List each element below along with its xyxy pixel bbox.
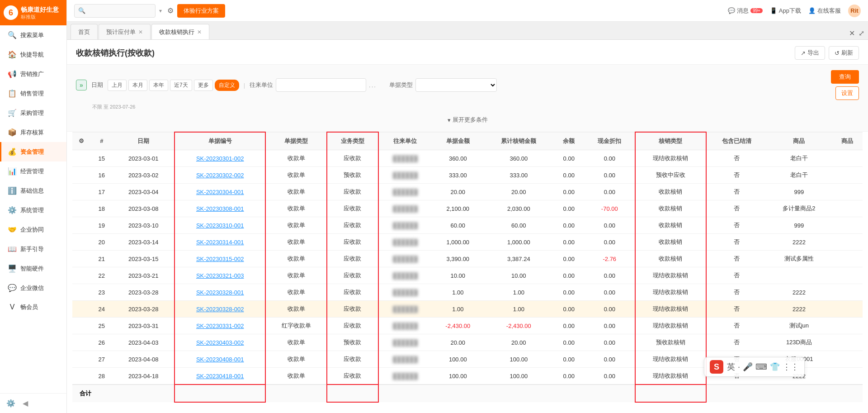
industry-solution-button[interactable]: 体验行业方案: [177, 4, 225, 18]
sidebar-item-purchase[interactable]: 🛒采购管理: [0, 103, 66, 123]
watermark-grid-icon[interactable]: ⋮⋮: [783, 362, 799, 372]
tab-close-payable[interactable]: ✕: [138, 29, 143, 35]
sidebar-item-enterprise[interactable]: 🤝企业协同: [0, 220, 66, 239]
table-row[interactable]: 18 2023-03-08 SK-20230308-001 收款单 应收款 ██…: [72, 200, 863, 217]
watermark-keyboard-icon[interactable]: ⌨: [755, 362, 767, 372]
date-btn-上月[interactable]: 上月: [108, 80, 127, 91]
sidebar-item-system[interactable]: ⚙️系统管理: [0, 200, 66, 220]
filter-settings-button[interactable]: 设置: [835, 86, 859, 100]
table-row[interactable]: 25 2023-03-31 SK-20230331-002 红字收款单 应收款 …: [72, 318, 863, 334]
sidebar-item-guide[interactable]: 📖新手引导: [0, 239, 66, 259]
sidebar-item-finance[interactable]: 💰资金管理: [0, 142, 66, 161]
query-button[interactable]: 查询: [831, 70, 859, 84]
table-row[interactable]: 15 2023-03-01 SK-20230301-002 收款单 应收款 ██…: [72, 150, 863, 167]
sidebar-item-sales[interactable]: 📋销售管理: [0, 84, 66, 103]
table-row[interactable]: 26 2023-04-03 SK-20230403-002 收款单 预收款 ██…: [72, 334, 863, 351]
table-row[interactable]: 23 2023-03-28 SK-20230328-001 收款单 应收款 ██…: [72, 284, 863, 301]
topbar-search[interactable]: 🔍: [74, 4, 156, 18]
export-button[interactable]: ↗ 导出: [795, 46, 825, 60]
tab-home[interactable]: 首页: [71, 24, 98, 39]
td-date: 2023-03-10: [113, 217, 175, 234]
date-btn-本年[interactable]: 本年: [149, 80, 168, 91]
settings-footer-icon[interactable]: ⚙️: [6, 399, 15, 408]
sidebar-item-inventory[interactable]: 📦库存核算: [0, 123, 66, 142]
table-row[interactable]: 16 2023-03-02 SK-20230302-002 收款单 预收款 ██…: [72, 167, 863, 184]
td-goods2: [831, 217, 863, 234]
table-row[interactable]: 20 2023-03-14 SK-20230314-001 收款单 应收款 ██…: [72, 234, 863, 251]
sales-icon: 📋: [8, 89, 17, 98]
td-voucher-no[interactable]: SK-20230308-001: [175, 200, 266, 217]
table-header-row: ⚙ # 日期 单据编号 单据类型 业务类型 往来单位 单据金额 累计核销金额 余…: [72, 132, 863, 150]
td-counterparty: ██████: [378, 351, 432, 368]
th-settings[interactable]: ⚙: [72, 132, 90, 150]
search-icon: 🔍: [78, 7, 85, 14]
sidebar-item-basic[interactable]: ℹ️基础信息: [0, 181, 66, 200]
watermark-shirt-icon[interactable]: 👕: [770, 362, 780, 372]
tab-close-receipt[interactable]: ✕: [197, 29, 202, 35]
date-btn-本月[interactable]: 本月: [128, 80, 147, 91]
table-row[interactable]: 17 2023-03-04 SK-20230304-001 收款单 应收款 ██…: [72, 184, 863, 200]
tab-close-all-button[interactable]: ✕: [849, 29, 855, 38]
sidebar-item-operations[interactable]: 📊经营管理: [0, 161, 66, 181]
collapse-icon[interactable]: ◀: [23, 399, 28, 408]
sidebar-item-marketing[interactable]: 📢营销推广: [0, 64, 66, 84]
counterparty-input[interactable]: [276, 78, 366, 92]
th-cash-discount: 现金折扣: [585, 132, 636, 150]
td-voucher-no[interactable]: SK-20230315-002: [175, 251, 266, 267]
date-btn-custom[interactable]: 自定义: [215, 80, 239, 91]
sidebar-item-hardware[interactable]: 🖥️智能硬件: [0, 259, 66, 278]
table-row[interactable]: 22 2023-03-21 SK-20230321-003 收款单 应收款 ██…: [72, 267, 863, 284]
td-include-settled: 否: [706, 217, 767, 234]
td-voucher-no[interactable]: SK-20230331-002: [175, 318, 266, 334]
td-voucher-no[interactable]: SK-20230310-001: [175, 217, 266, 234]
expand-more-row[interactable]: ▾ 展开更多条件: [76, 114, 859, 126]
tab-expand-button[interactable]: ⤢: [859, 29, 864, 38]
td-biz-type: 应收款: [327, 318, 378, 334]
td-counterparty: ██████: [378, 200, 432, 217]
voucher-type-select[interactable]: [415, 78, 497, 92]
td-include-settled: 否: [706, 150, 767, 167]
td-voucher-no[interactable]: SK-20230418-001: [175, 368, 266, 385]
tab-payable[interactable]: 预计应付单✕: [99, 24, 151, 39]
td-include-settled: 否: [706, 301, 767, 318]
td-date: 2023-03-04: [113, 184, 175, 200]
sidebar-item-wechat[interactable]: 💬企业微信: [0, 278, 66, 298]
app-download-item[interactable]: 📱 App下载: [770, 7, 801, 15]
td-voucher-no[interactable]: SK-20230314-001: [175, 234, 266, 251]
td-no: 21: [90, 251, 113, 267]
td-voucher-no[interactable]: SK-20230328-002: [175, 301, 266, 318]
sidebar-item-search[interactable]: 🔍搜索菜单: [0, 25, 66, 45]
td-no: 16: [90, 167, 113, 184]
td-no: 19: [90, 217, 113, 234]
td-amount: 20.00: [432, 184, 484, 200]
refresh-button[interactable]: ↺ 刷新: [829, 46, 859, 60]
online-service-item[interactable]: 👤 在线客服: [808, 7, 841, 15]
filter-expand-button[interactable]: »: [76, 80, 87, 90]
sidebar-item-quick[interactable]: 🏠快捷导航: [0, 45, 66, 64]
sidebar-item-member[interactable]: V畅会员: [0, 298, 66, 317]
footer-biz-type: [327, 385, 378, 402]
table-row[interactable]: 21 2023-03-15 SK-20230315-002 收款单 应收款 ██…: [72, 251, 863, 267]
user-avatar[interactable]: Rit: [848, 5, 861, 17]
table-row[interactable]: 19 2023-03-10 SK-20230310-001 收款单 应收款 ██…: [72, 217, 863, 234]
td-voucher-no[interactable]: SK-20230321-003: [175, 267, 266, 284]
topbar-chevron[interactable]: ▾: [159, 8, 162, 14]
td-voucher-no[interactable]: SK-20230328-001: [175, 284, 266, 301]
td-voucher-no[interactable]: SK-20230408-001: [175, 351, 266, 368]
td-cash-discount: 0.00: [585, 184, 636, 200]
tab-receipt[interactable]: 收款核销执行✕: [151, 24, 209, 39]
topbar-gear-icon[interactable]: ⚙: [167, 6, 174, 15]
td-voucher-no[interactable]: SK-20230301-002: [175, 150, 266, 167]
table-row[interactable]: 24 2023-03-28 SK-20230328-002 收款单 应收款 ██…: [72, 301, 863, 318]
td-date: 2023-03-28: [113, 301, 175, 318]
watermark-english-icon[interactable]: 英: [727, 361, 735, 372]
watermark-mic-icon[interactable]: 🎤: [743, 362, 753, 372]
date-btn-近7天[interactable]: 近7天: [170, 80, 192, 91]
td-voucher-no[interactable]: SK-20230403-002: [175, 334, 266, 351]
notification-item[interactable]: 💬 消息 99+: [728, 7, 763, 15]
td-total-cancel: 1.00: [484, 284, 553, 301]
td-goods: [766, 267, 831, 284]
td-voucher-no[interactable]: SK-20230302-002: [175, 167, 266, 184]
date-btn-更多[interactable]: 更多: [194, 80, 213, 91]
td-voucher-no[interactable]: SK-20230304-001: [175, 184, 266, 200]
